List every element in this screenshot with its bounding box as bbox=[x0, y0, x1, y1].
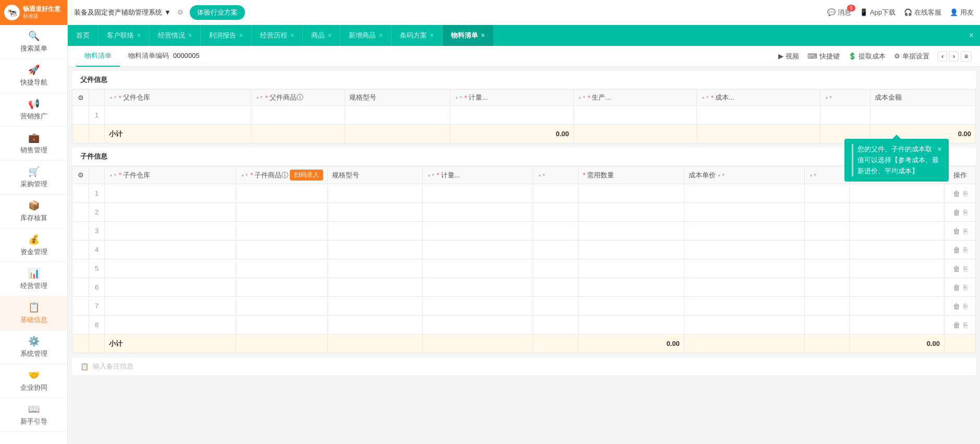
child-row4-unit-cost[interactable] bbox=[684, 241, 804, 259]
child-row6-qty[interactable] bbox=[422, 278, 533, 297]
child-row2-spec[interactable] bbox=[328, 203, 423, 222]
child-row1-warehouse[interactable] bbox=[105, 184, 236, 203]
close-barcode-icon[interactable]: × bbox=[430, 32, 434, 39]
child-row5-qty[interactable] bbox=[422, 259, 533, 278]
sidebar-item-search[interactable]: 🔍搜索菜单 bbox=[0, 25, 67, 59]
tab-bom-code[interactable]: 物料清单编码 0000005 bbox=[120, 46, 208, 67]
close-goods-icon[interactable]: × bbox=[328, 32, 332, 39]
child-row5-product[interactable] bbox=[236, 259, 328, 278]
delete-row3-icon[interactable]: 🗑 bbox=[953, 227, 960, 235]
copy-row2-icon[interactable]: ⎘ bbox=[963, 208, 967, 217]
tab-bom-list[interactable]: 物料清单 bbox=[76, 46, 120, 67]
copy-row1-icon[interactable]: ⎘ bbox=[963, 189, 967, 198]
exp-btn[interactable]: 体验行业方案 bbox=[190, 5, 245, 20]
delete-row8-icon[interactable]: 🗑 bbox=[953, 321, 960, 329]
close-operations-icon[interactable]: × bbox=[188, 32, 192, 39]
child-row3-warehouse[interactable] bbox=[105, 222, 236, 241]
close-history-icon[interactable]: × bbox=[290, 32, 294, 39]
child-row8-qty[interactable] bbox=[422, 316, 533, 334]
delete-row7-icon[interactable]: 🗑 bbox=[953, 302, 960, 310]
child-row3-qty-needed[interactable] bbox=[578, 222, 684, 241]
close-all-tabs-btn[interactable]: × bbox=[963, 31, 980, 40]
nav-tab-profit[interactable]: 利润报告× bbox=[201, 25, 252, 46]
child-row8-warehouse[interactable] bbox=[105, 316, 236, 334]
action-settings[interactable]: ⚙单据设置 bbox=[894, 52, 929, 61]
child-row8-unit-cost[interactable] bbox=[684, 316, 804, 334]
topbar-app[interactable]: 📱App下载 bbox=[860, 8, 896, 17]
child-row6-spec[interactable] bbox=[328, 278, 423, 297]
child-row4-product[interactable] bbox=[236, 241, 328, 259]
child-row6-qty-needed[interactable] bbox=[578, 278, 684, 297]
child-row7-qty-needed[interactable] bbox=[578, 297, 684, 316]
settings-icon[interactable]: ⚙ bbox=[177, 8, 183, 16]
child-row3-unit-cost[interactable] bbox=[684, 222, 804, 241]
child-row8-product[interactable] bbox=[236, 316, 328, 334]
sidebar-item-operations[interactable]: 📊经营管理 bbox=[0, 262, 67, 296]
parent-row1-qty[interactable] bbox=[450, 106, 574, 125]
child-row1-qty[interactable] bbox=[422, 184, 533, 203]
child-row2-product[interactable] bbox=[236, 203, 328, 222]
nav-tab-newgoods[interactable]: 新增商品× bbox=[340, 25, 391, 46]
nav-tab-client[interactable]: 客户联络× bbox=[99, 25, 150, 46]
sidebar-item-sales[interactable]: 💼销售管理 bbox=[0, 127, 67, 161]
child-th-settings[interactable]: ⚙ bbox=[72, 166, 89, 184]
close-client-icon[interactable]: × bbox=[137, 32, 141, 39]
delete-row1-icon[interactable]: 🗑 bbox=[953, 189, 960, 198]
child-row1-product[interactable] bbox=[236, 184, 328, 203]
sidebar-item-system[interactable]: ⚙️系统管理 bbox=[0, 330, 67, 364]
child-row5-qty-needed[interactable] bbox=[578, 259, 684, 278]
child-row3-product[interactable] bbox=[236, 222, 328, 241]
child-row4-warehouse[interactable] bbox=[105, 241, 236, 259]
child-row4-qty[interactable] bbox=[422, 241, 533, 259]
action-cost[interactable]: 💲提取成本 bbox=[848, 52, 886, 61]
copy-row8-icon[interactable]: ⎘ bbox=[963, 321, 967, 329]
child-row8-qty-needed[interactable] bbox=[578, 316, 684, 334]
delete-row4-icon[interactable]: 🗑 bbox=[953, 246, 960, 254]
child-row6-product[interactable] bbox=[236, 278, 328, 297]
copy-row4-icon[interactable]: ⎘ bbox=[963, 246, 967, 254]
copy-row3-icon[interactable]: ⎘ bbox=[963, 227, 967, 235]
delete-row2-icon[interactable]: 🗑 bbox=[953, 208, 960, 217]
child-row7-qty[interactable] bbox=[422, 297, 533, 316]
child-row1-qty-needed[interactable] bbox=[578, 184, 684, 203]
system-selector[interactable]: 装备及固定资产辅助管理系统 ▼ bbox=[74, 8, 171, 17]
child-row7-product[interactable] bbox=[236, 297, 328, 316]
list-btn[interactable]: ≡ bbox=[961, 51, 972, 62]
close-newgoods-icon[interactable]: × bbox=[379, 32, 383, 39]
sidebar-item-inventory[interactable]: 📦库存核算 bbox=[0, 195, 67, 229]
close-profit-icon[interactable]: × bbox=[239, 32, 243, 39]
sidebar-item-purchase[interactable]: 🛒采购管理 bbox=[0, 161, 67, 195]
next-btn[interactable]: › bbox=[949, 51, 959, 62]
child-row3-qty[interactable] bbox=[422, 222, 533, 241]
parent-row1-spec[interactable] bbox=[345, 106, 450, 125]
sidebar-item-marketing[interactable]: 📢营销推广 bbox=[0, 93, 67, 127]
child-row2-qty[interactable] bbox=[422, 203, 533, 222]
child-row6-warehouse[interactable] bbox=[105, 278, 236, 297]
child-row1-unit-cost[interactable] bbox=[684, 184, 804, 203]
sidebar-item-finance[interactable]: 💰资金管理 bbox=[0, 229, 67, 262]
sidebar-item-guide[interactable]: 📖新手引导 bbox=[0, 398, 67, 432]
prev-btn[interactable]: ‹ bbox=[938, 51, 947, 62]
nav-tab-barcode[interactable]: 条码方案× bbox=[391, 25, 443, 46]
nav-tab-history[interactable]: 经营历程× bbox=[252, 25, 303, 46]
child-row4-spec[interactable] bbox=[328, 241, 423, 259]
child-row7-unit-cost[interactable] bbox=[684, 297, 804, 316]
child-row2-unit-cost[interactable] bbox=[684, 203, 804, 222]
child-row7-warehouse[interactable] bbox=[105, 297, 236, 316]
parent-row1-product[interactable] bbox=[251, 106, 345, 125]
sidebar-item-quicknav[interactable]: 🚀快捷导航 bbox=[0, 59, 67, 93]
delete-row5-icon[interactable]: 🗑 bbox=[953, 265, 960, 273]
copy-row5-icon[interactable]: ⎘ bbox=[963, 265, 967, 273]
delete-row6-icon[interactable]: 🗑 bbox=[953, 283, 960, 292]
topbar-user[interactable]: 👤用友 bbox=[950, 8, 974, 17]
child-row4-qty-needed[interactable] bbox=[578, 241, 684, 259]
scan-btn[interactable]: 扫码录入 bbox=[290, 170, 323, 181]
child-row1-spec[interactable] bbox=[328, 184, 423, 203]
nav-tab-home[interactable]: 首页 bbox=[68, 25, 99, 46]
child-row6-unit-cost[interactable] bbox=[684, 278, 804, 297]
topbar-service[interactable]: 🎧在线客服 bbox=[904, 8, 941, 17]
child-row8-spec[interactable] bbox=[328, 316, 423, 334]
copy-row7-icon[interactable]: ⎘ bbox=[963, 302, 967, 310]
tooltip-close-btn[interactable]: × bbox=[937, 144, 941, 155]
child-row7-spec[interactable] bbox=[328, 297, 423, 316]
